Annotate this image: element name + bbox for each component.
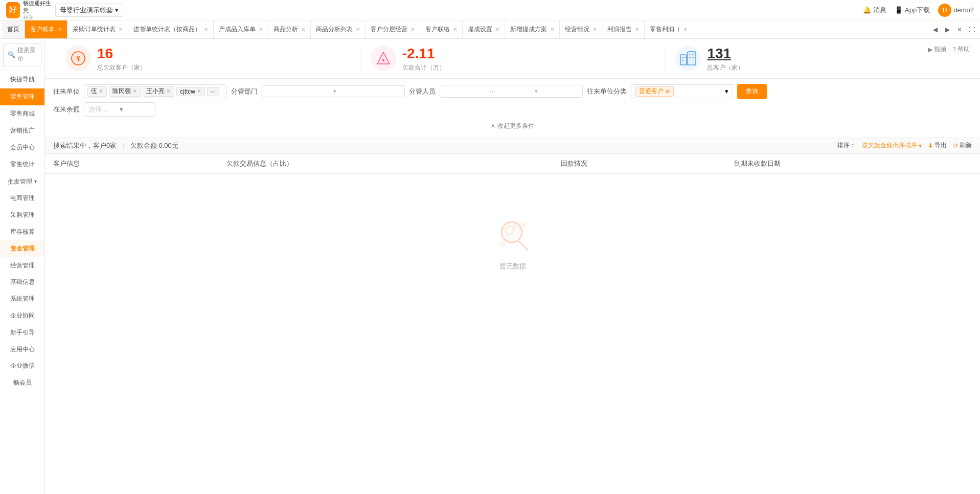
sidebar-section-retail: 零售管理 零售商城 营销推广 会员中心 零售统计 xyxy=(0,88,44,173)
close-icon[interactable]: ✕ xyxy=(411,27,415,32)
refresh-icon: ↺ xyxy=(953,142,958,149)
stat-debt-amount-value: -2.11 xyxy=(402,45,445,62)
tab-close-all-btn[interactable]: ✕ xyxy=(953,24,966,36)
close-icon[interactable]: ✕ xyxy=(550,27,554,32)
sidebar-item-enterprise-wechat[interactable]: 企业微信 xyxy=(0,357,44,374)
tab-operations[interactable]: 经营情况 ✕ xyxy=(560,20,602,39)
sidebar-item-retail-mall[interactable]: 零售商城 xyxy=(0,105,44,122)
svg-rect-11 xyxy=(689,57,691,58)
tab-customer-contact[interactable]: 客户联络 ✕ xyxy=(420,20,463,39)
remove-tag-cjttcw[interactable]: ✕ xyxy=(197,88,201,95)
sidebar-item-ops[interactable]: 经营管理 xyxy=(0,257,44,274)
sidebar-item-app-center[interactable]: 应用中心 xyxy=(0,341,44,358)
tab-fullscreen-btn[interactable]: ⛶ xyxy=(966,24,978,36)
download-icon: 📱 xyxy=(895,6,903,14)
stats-bar-right-actions: ▶ 视频 ? 帮助 xyxy=(928,45,970,54)
tab-home[interactable]: 首页 xyxy=(2,20,25,39)
sidebar-item-inventory[interactable]: 库存核算 xyxy=(0,223,44,240)
category-dropdown[interactable]: 普通客户 ✕ ▾ xyxy=(631,84,733,98)
close-icon[interactable]: ✕ xyxy=(119,27,123,32)
app-download-btn[interactable]: 📱 App下载 xyxy=(895,6,930,15)
category-dropdown-arrow: ▾ xyxy=(725,87,728,95)
query-button[interactable]: 查询 xyxy=(737,84,767,99)
col-debt-transaction: 欠款交易信息（占比） xyxy=(218,154,553,174)
sidebar-item-ecommerce[interactable]: 电商管理 xyxy=(0,190,44,207)
close-icon[interactable]: ✕ xyxy=(495,27,499,32)
sidebar-item-member-center[interactable]: 会员中心 xyxy=(0,139,44,156)
search-menu-btn[interactable]: 🔍 搜索菜单 xyxy=(3,43,41,66)
remove-tag-wxl[interactable]: ✕ xyxy=(166,88,171,95)
sidebar-item-quick-nav[interactable]: 快捷导航 xyxy=(0,71,44,88)
tab-product-analysis-list[interactable]: 商品分析列表 ✕ xyxy=(311,20,366,39)
filter-tag-ws[interactable]: 伍 ✕ xyxy=(87,86,107,97)
svg-point-17 xyxy=(500,241,505,246)
sidebar-item-enterprise-collab[interactable]: 企业协同 xyxy=(0,307,44,324)
sort-select[interactable]: 按欠款金额倒序排序 ▾ xyxy=(862,141,922,150)
person-more-btn[interactable]: ··· xyxy=(488,87,535,95)
debt-customers-icon: ¥ xyxy=(65,46,91,71)
close-icon[interactable]: ✕ xyxy=(301,27,305,32)
sidebar-search-area: 🔍 搜索菜单 xyxy=(0,39,44,71)
tab-next-btn[interactable]: ▶ xyxy=(941,24,953,36)
sidebar-item-capital[interactable]: 资金管理 xyxy=(0,240,44,257)
close-icon[interactable]: ✕ xyxy=(259,27,263,32)
sidebar-item-retail-mgmt[interactable]: 零售管理 xyxy=(0,88,44,105)
sidebar-item-retail-stats[interactable]: 零售统计 xyxy=(0,156,44,173)
more-tags-btn[interactable]: ··· xyxy=(207,87,219,96)
close-icon[interactable]: ✕ xyxy=(204,27,208,32)
close-icon[interactable]: ✕ xyxy=(453,27,457,32)
close-icon[interactable]: ✕ xyxy=(635,27,639,32)
refresh-btn[interactable]: ↺ 刷新 xyxy=(953,141,972,150)
logo-text: 畅捷通好生意 标版 xyxy=(23,0,51,20)
filter-tag-cmp[interactable]: 陈民强 ✕ xyxy=(109,86,141,97)
sidebar-item-marketing[interactable]: 营销推广 xyxy=(0,122,44,139)
sidebar-item-vip[interactable]: 畅会员 xyxy=(0,374,44,391)
tab-retail-profit[interactable]: 零售利润（ ✕ xyxy=(645,20,693,39)
person-dropdown[interactable]: ··· ▾ xyxy=(440,85,583,98)
logo-area: 好 畅捷通好生意 标版 xyxy=(6,0,51,20)
filter-tag-cjttcw[interactable]: cjttcw ✕ xyxy=(176,87,205,96)
close-icon[interactable]: ✕ xyxy=(592,27,597,32)
table-header-row: 客户信息 欠款交易信息（占比） 回款情况 到期未收款日期 xyxy=(45,154,980,174)
sidebar-item-new-guide[interactable]: 新手引导 xyxy=(0,324,44,341)
filter-tag-wxl[interactable]: 王小亮 ✕ xyxy=(143,86,174,97)
tab-cost-inbound[interactable]: 产成品入库单 ✕ xyxy=(214,20,268,39)
tab-inbound-stats[interactable]: 进货单统计表（按商品） ✕ xyxy=(128,20,214,39)
tab-promotion-settings[interactable]: 提成设置 ✕ xyxy=(463,20,505,39)
close-icon[interactable]: ✕ xyxy=(683,27,688,32)
tab-customer-account[interactable]: 客户账本 ✕ xyxy=(25,20,67,39)
tab-prev-btn[interactable]: ◀ xyxy=(929,24,941,36)
help-btn[interactable]: ? 帮助 xyxy=(952,45,970,54)
account-selector[interactable]: 母婴行业演示帐套 ▾ xyxy=(55,4,123,17)
remove-tag-ws[interactable]: ✕ xyxy=(99,88,103,95)
balance-select[interactable]: 选择... ▾ xyxy=(84,102,155,117)
sidebar-item-basic-info[interactable]: 基础信息 xyxy=(0,274,44,290)
tab-new-promotion[interactable]: 新增提成方案 ✕ xyxy=(505,20,560,39)
tab-purchase-order[interactable]: 采购订单统计表 ✕ xyxy=(67,20,128,39)
dept-dropdown[interactable]: ▾ xyxy=(262,85,405,97)
messages-btn[interactable]: 🔔 消息 xyxy=(863,6,886,15)
customer-unit-tag-group[interactable]: 伍 ✕ 陈民强 ✕ 王小亮 ✕ cjttcw ✕ ··· xyxy=(84,84,227,98)
tab-profit-report[interactable]: 利润报告 ✕ xyxy=(602,20,645,39)
tab-customer-layer[interactable]: 客户分层经营 ✕ xyxy=(366,20,420,39)
content-area: ¥ 16 总欠款客户（家） ✦ -2.11 欠款合计 xyxy=(45,39,980,494)
export-btn[interactable]: ⬇ 导出 xyxy=(928,141,947,150)
debt-amount-icon: ✦ xyxy=(371,46,396,71)
sidebar-item-purchase[interactable]: 采购管理 xyxy=(0,207,44,223)
stat-total-customers: 131 总客户（家） xyxy=(665,45,970,72)
close-icon[interactable]: ✕ xyxy=(58,27,62,32)
collapse-btn[interactable]: ∧ 收起更多条件 xyxy=(487,120,538,132)
video-btn[interactable]: ▶ 视频 xyxy=(928,45,946,54)
sidebar-item-system[interactable]: 系统管理 xyxy=(0,290,44,307)
svg-line-14 xyxy=(519,241,527,250)
close-icon[interactable]: ✕ xyxy=(356,27,360,32)
customer-unit-label: 往来单位 xyxy=(53,87,80,96)
remove-tag-cmp[interactable]: ✕ xyxy=(132,88,137,95)
expand-icon: ▾ xyxy=(34,178,37,185)
sidebar-item-batch-mgmt[interactable]: 批发管理 ▾ xyxy=(0,173,44,190)
tab-product-analysis[interactable]: 商品分析 ✕ xyxy=(268,20,311,39)
stat-debt-customers-info: 16 总欠款客户（家） xyxy=(97,45,146,72)
user-area[interactable]: D demo2 xyxy=(938,4,974,17)
remove-category-tag[interactable]: ✕ xyxy=(665,88,670,95)
svg-point-13 xyxy=(502,222,522,242)
